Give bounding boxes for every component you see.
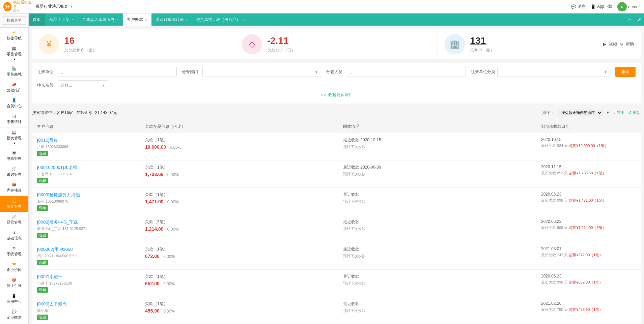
- app-download-button[interactable]: 📱 App下载: [591, 4, 612, 9]
- tab-product-offshelf-close-icon[interactable]: ×: [72, 18, 74, 22]
- table-row: [0007]小进干 小进干 18279152100 现销 欠款（1笔） 652.…: [32, 270, 641, 297]
- from-unit-input[interactable]: ...: [58, 67, 177, 77]
- view-label[interactable]: 视频: [609, 41, 617, 47]
- debt-info-cell: 欠款（1笔） 1,703.68 0.00%: [145, 165, 343, 177]
- overdue-amount-link[interactable]: 超期¥1,214.00（3笔）: [569, 226, 606, 230]
- debt-amount: 10,000.00: [145, 144, 166, 150]
- refresh-button[interactable]: ↺ 刷新: [628, 110, 641, 116]
- search-button[interactable]: 查询: [615, 67, 636, 77]
- user-profile[interactable]: d demo2: [617, 2, 641, 11]
- tab-inbound-stats-close-icon[interactable]: ×: [243, 18, 245, 22]
- debt-row: 1,471.00 0.00%: [145, 199, 343, 204]
- table-row: [0001020001]李老师 李老师 18600391516 现销 欠款（1笔…: [32, 160, 641, 188]
- customer-name-link[interactable]: [0002]服务中心_丁磊: [37, 219, 145, 225]
- tab-product-inbound[interactable]: 产成品入库单历史 ×: [78, 13, 123, 26]
- debt-amount-label: 欠款合计（万）: [267, 48, 296, 53]
- collection-next: 预计下次收款: [343, 172, 541, 177]
- debt-percent: 0.00%: [163, 309, 175, 314]
- sidebar-item-purchase[interactable]: 🛒 采购管理: [0, 164, 28, 180]
- customer-name-link[interactable]: [0007]小进干: [37, 274, 145, 280]
- unit-type-chevron-icon: ▼: [604, 70, 607, 74]
- overdue-date: 2021.03.01: [541, 246, 636, 251]
- results-actions: 排序： 按欠款金额倒序排序 ▼ ○ 导出 ↺ 刷新: [542, 109, 641, 116]
- sidebar-search-button[interactable]: 搜索菜单: [2, 16, 26, 25]
- store-selector[interactable]: 母婴行业演示账套 ▼: [32, 0, 86, 13]
- tab-product-offshelf-label: 商品上下架: [49, 17, 69, 23]
- nav-icon: ⚡: [12, 30, 17, 35]
- sidebar-item-inventory[interactable]: 📦 库存核算: [0, 180, 28, 196]
- collection-next: 预计下次收款: [343, 254, 541, 259]
- member-icon: 👤: [12, 98, 17, 102]
- filter-row-2: 往来余额 选择... ▼: [37, 80, 636, 90]
- customer-name-link[interactable]: [0006]去下粮仓: [37, 301, 145, 307]
- debt-percent: 0.00%: [167, 172, 179, 177]
- stat-actions: ▶ 视频 ⊙ 帮助: [603, 41, 634, 47]
- tab-minimize-button[interactable]: －: [624, 17, 635, 23]
- sidebar-item-enterprise-wx[interactable]: 💬 企业微信: [0, 307, 28, 323]
- tab-maximize-button[interactable]: ⤢: [635, 17, 644, 22]
- customer-phone: 李老师 18600391516: [37, 172, 145, 177]
- sidebar-item-marketing[interactable]: 📣 营销推广: [0, 80, 28, 95]
- sidebar-item-business[interactable]: 📈 经营管理: [0, 212, 28, 228]
- sidebar: 搜索菜单 ⚡ 快捷导航 🏬 零售管理 ▼ 🏪 零售商城 📣 营销推广: [0, 13, 29, 324]
- collapse-row[interactable]: ∧∧ 收起更多条件: [37, 90, 636, 99]
- export-button[interactable]: ○ 导出: [613, 110, 625, 116]
- help-label[interactable]: 帮助: [626, 41, 634, 47]
- tab-product-inbound-label: 产成品入库单历史: [82, 17, 114, 23]
- debt-count: 欠款（3笔）: [145, 219, 343, 225]
- overdue-amount-link[interactable]: 超期¥1,471.00（1笔）: [569, 198, 606, 202]
- overdue-amount-link[interactable]: 超期¥1,703.68（1笔）: [569, 171, 606, 175]
- debt-info-cell: 欠款（1笔） 455.90 0.00%: [145, 301, 343, 314]
- sidebar-item-batch-mgmt[interactable]: 🏭 批发管理 ▼: [0, 127, 28, 148]
- customer-phone: 海燕 18513066976: [37, 199, 145, 204]
- debt-percent: 0.00%: [163, 254, 175, 259]
- debt-percent: 0.00%: [163, 282, 175, 286]
- sidebar-item-system[interactable]: ⚙ 系统管理: [0, 243, 28, 259]
- sidebar-item-retail-mall[interactable]: 🏪 零售商城: [0, 64, 28, 80]
- collection-cell: 最近收款 预计下次收款: [343, 246, 541, 259]
- customer-name-link[interactable]: [0003]畅捷服务尹海燕: [37, 192, 145, 198]
- marketing-icon: 📣: [12, 82, 17, 87]
- debt-amount: 1,703.68: [145, 172, 164, 177]
- tab-product-inbound-close-icon[interactable]: ×: [116, 18, 118, 22]
- tab-product-offshelf[interactable]: 商品上下架 ×: [45, 13, 78, 26]
- collection-date: 最近收款 2020-06-30: [343, 165, 541, 170]
- collection-date: 最近收款: [343, 301, 541, 307]
- unit-type-select[interactable]: ▼: [497, 67, 611, 77]
- customer-name-link[interactable]: [0001020001]李老师: [37, 165, 145, 171]
- sidebar-item-finance[interactable]: 💰 资金管理: [0, 196, 28, 212]
- overdue-amount-link[interactable]: 超期¥652.00（1笔）: [569, 280, 603, 284]
- tab-purchase-order-close-icon[interactable]: ×: [186, 18, 188, 22]
- overdue-amount-link[interactable]: 超期¥455.90（1笔）: [569, 307, 603, 312]
- person-input[interactable]: ...: [347, 67, 466, 77]
- debt-info-cell: 欠款（1笔） 672.00 0.00%: [145, 246, 343, 259]
- sidebar-item-app-center[interactable]: 📱 应用中心: [0, 291, 28, 307]
- sidebar-item-newbie[interactable]: 🎯 新手引导: [0, 275, 28, 291]
- sidebar-item-enterprise[interactable]: 🤝 企业协同: [0, 259, 28, 275]
- tab-inbound-stats[interactable]: 进货单统计表（按商品） ×: [192, 13, 249, 26]
- collection-date: 最近收款: [343, 192, 541, 198]
- logo-area: 好 畅捷通好生意 示范: [3, 0, 32, 13]
- customer-name-link[interactable]: [0016]吕俊: [37, 137, 145, 143]
- batch-mgmt-arrow-icon: ▼: [13, 142, 16, 145]
- tab-home[interactable]: 首页: [29, 13, 45, 26]
- message-button[interactable]: 💬 消息: [571, 4, 586, 9]
- tab-customer-account-close-icon[interactable]: ×: [145, 18, 147, 22]
- dept-select[interactable]: ▼: [202, 67, 321, 77]
- sidebar-item-member[interactable]: 👤 会员中心: [0, 95, 28, 111]
- customer-name-link[interactable]: [000002]用户2050: [37, 246, 145, 253]
- sort-select[interactable]: 按欠款金额倒序排序: [558, 109, 603, 116]
- debt-count: 欠款（1笔）: [145, 246, 343, 252]
- sidebar-item-basic-info[interactable]: ℹ 基础信息: [0, 228, 28, 243]
- overdue-amount-link[interactable]: 超期¥672.00（1笔）: [569, 253, 603, 257]
- overdue-amount-link[interactable]: 超期¥10,000.00（1笔）: [569, 144, 608, 148]
- balance-select[interactable]: 选择... ▼: [58, 80, 108, 90]
- sidebar-item-ecommerce[interactable]: 💻 电商管理: [0, 148, 28, 164]
- sidebar-item-retail-mgmt[interactable]: 🏬 零售管理 ▼: [0, 43, 28, 64]
- tab-customer-account[interactable]: 客户账本 ×: [123, 13, 151, 26]
- refresh-icon: ↺: [628, 110, 632, 115]
- tab-purchase-order[interactable]: 采购订单统计表 ×: [151, 13, 192, 26]
- sidebar-item-vip[interactable]: ⭐ 畅会员: [0, 323, 28, 324]
- sidebar-item-retail-stats[interactable]: 📊 零售统计: [0, 111, 28, 127]
- customer-phone: 小进干 18279152100: [37, 281, 145, 286]
